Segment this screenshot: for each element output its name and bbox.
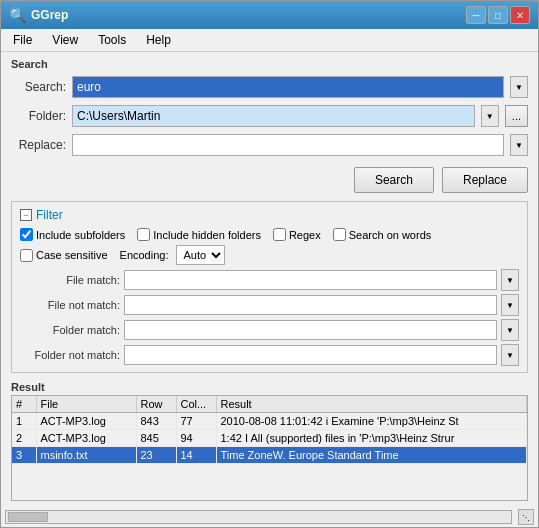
table-row[interactable]: 3 msinfo.txt 23 14 Time ZoneW. Europe St… — [12, 447, 527, 464]
cell-row: 845 — [136, 430, 176, 447]
folder-dropdown-button[interactable]: ▼ — [481, 105, 499, 127]
include-hidden-label: Include hidden folders — [137, 228, 261, 241]
cell-result: Time ZoneW. Europe Standard Time — [216, 447, 527, 464]
search-row: Search: ▼ — [11, 76, 528, 98]
file-match-label: File match: — [20, 274, 120, 286]
result-table-body: 1 ACT-MP3.log 843 77 2010-08-08 11:01:42… — [12, 413, 527, 464]
cell-result: 2010-08-08 11:01:42 i Examine 'P:\mp3\He… — [216, 413, 527, 430]
col-header-num: # — [12, 396, 36, 413]
window-title: GGrep — [31, 8, 466, 22]
replace-dropdown-button[interactable]: ▼ — [510, 134, 528, 156]
include-hidden-checkbox[interactable] — [137, 228, 150, 241]
file-not-match-input[interactable] — [124, 295, 497, 315]
filter-toggle-button[interactable]: − — [20, 209, 32, 221]
cell-col: 94 — [176, 430, 216, 447]
menu-tools[interactable]: Tools — [90, 31, 134, 49]
menu-file[interactable]: File — [5, 31, 40, 49]
cell-num: 3 — [12, 447, 36, 464]
folder-match-input[interactable] — [124, 320, 497, 340]
filter-checkboxes-row2: Case sensitive Encoding: Auto — [20, 245, 519, 265]
regex-text: Regex — [289, 229, 321, 241]
table-row[interactable]: 1 ACT-MP3.log 843 77 2010-08-08 11:01:42… — [12, 413, 527, 430]
filter-title[interactable]: Filter — [36, 208, 63, 222]
case-sensitive-label: Case sensitive — [20, 249, 108, 262]
encoding-select[interactable]: Auto — [176, 245, 225, 265]
replace-input[interactable] — [72, 134, 504, 156]
cell-file: ACT-MP3.log — [36, 430, 136, 447]
case-sensitive-checkbox[interactable] — [20, 249, 33, 262]
folder-not-match-row: Folder not match: ▼ — [20, 344, 519, 366]
encoding-row: Encoding: Auto — [120, 245, 226, 265]
horizontal-scrollbar[interactable] — [5, 510, 512, 524]
col-header-result: Result — [216, 396, 527, 413]
title-bar: 🔍 GGrep ─ □ ✕ — [1, 1, 538, 29]
search-input[interactable] — [72, 76, 504, 98]
cell-num: 1 — [12, 413, 36, 430]
search-dropdown-button[interactable]: ▼ — [510, 76, 528, 98]
include-subfolders-label: Include subfolders — [20, 228, 125, 241]
filter-section: − Filter Include subfolders Include hidd… — [11, 201, 528, 373]
folder-input[interactable] — [72, 105, 475, 127]
minimize-button[interactable]: ─ — [466, 6, 486, 24]
scrollbar-corner: ⋱ — [518, 509, 534, 525]
main-content: Search Search: ▼ Folder: ▼ ... Replace: … — [1, 52, 538, 507]
search-button[interactable]: Search — [354, 167, 434, 193]
file-not-match-dropdown[interactable]: ▼ — [501, 294, 519, 316]
result-table: # File Row Col... Result 1 ACT-MP3.log 8… — [12, 396, 527, 464]
window-controls: ─ □ ✕ — [466, 6, 530, 24]
encoding-label: Encoding: — [120, 249, 169, 261]
search-section-label: Search — [11, 58, 528, 70]
folder-match-dropdown[interactable]: ▼ — [501, 319, 519, 341]
filter-checkboxes-row1: Include subfolders Include hidden folder… — [20, 228, 519, 241]
col-header-file: File — [36, 396, 136, 413]
search-on-words-label: Search on words — [333, 228, 432, 241]
cell-file: ACT-MP3.log — [36, 413, 136, 430]
cell-col: 77 — [176, 413, 216, 430]
menu-view[interactable]: View — [44, 31, 86, 49]
app-icon: 🔍 — [9, 7, 25, 23]
scrollbar-thumb[interactable] — [8, 512, 48, 522]
folder-not-match-input[interactable] — [124, 345, 497, 365]
table-row[interactable]: 2 ACT-MP3.log 845 94 1:42 I All (support… — [12, 430, 527, 447]
file-not-match-label: File not match: — [20, 299, 120, 311]
file-match-dropdown[interactable]: ▼ — [501, 269, 519, 291]
include-subfolders-checkbox[interactable] — [20, 228, 33, 241]
replace-row: Replace: ▼ — [11, 134, 528, 156]
menu-help[interactable]: Help — [138, 31, 179, 49]
col-header-row: Row — [136, 396, 176, 413]
result-table-container: # File Row Col... Result 1 ACT-MP3.log 8… — [11, 395, 528, 501]
replace-label: Replace: — [11, 138, 66, 152]
main-window: 🔍 GGrep ─ □ ✕ File View Tools Help Searc… — [0, 0, 539, 528]
regex-label: Regex — [273, 228, 321, 241]
browse-button[interactable]: ... — [505, 105, 528, 127]
result-section: Result # File Row Col... Result 1 — [11, 381, 528, 501]
col-header-col: Col... — [176, 396, 216, 413]
file-match-input[interactable] — [124, 270, 497, 290]
search-on-words-checkbox[interactable] — [333, 228, 346, 241]
folder-row: Folder: ▼ ... — [11, 105, 528, 127]
menu-bar: File View Tools Help — [1, 29, 538, 52]
case-sensitive-text: Case sensitive — [36, 249, 108, 261]
search-on-words-text: Search on words — [349, 229, 432, 241]
cell-result: 1:42 I All (supported) files in 'P:\mp3\… — [216, 430, 527, 447]
result-label: Result — [11, 381, 528, 393]
cell-row: 843 — [136, 413, 176, 430]
regex-checkbox[interactable] — [273, 228, 286, 241]
include-subfolders-text: Include subfolders — [36, 229, 125, 241]
folder-not-match-dropdown[interactable]: ▼ — [501, 344, 519, 366]
include-hidden-text: Include hidden folders — [153, 229, 261, 241]
maximize-button[interactable]: □ — [488, 6, 508, 24]
folder-label: Folder: — [11, 109, 66, 123]
folder-not-match-label: Folder not match: — [20, 349, 120, 361]
filter-fields: File match: ▼ File not match: ▼ Folder m… — [20, 269, 519, 366]
folder-match-label: Folder match: — [20, 324, 120, 336]
replace-button[interactable]: Replace — [442, 167, 528, 193]
cell-file: msinfo.txt — [36, 447, 136, 464]
search-label: Search: — [11, 80, 66, 94]
action-buttons: Search Replace — [11, 167, 528, 193]
folder-match-row: Folder match: ▼ — [20, 319, 519, 341]
bottom-bar: ⋱ — [1, 507, 538, 527]
close-button[interactable]: ✕ — [510, 6, 530, 24]
cell-col: 14 — [176, 447, 216, 464]
file-match-row: File match: ▼ — [20, 269, 519, 291]
